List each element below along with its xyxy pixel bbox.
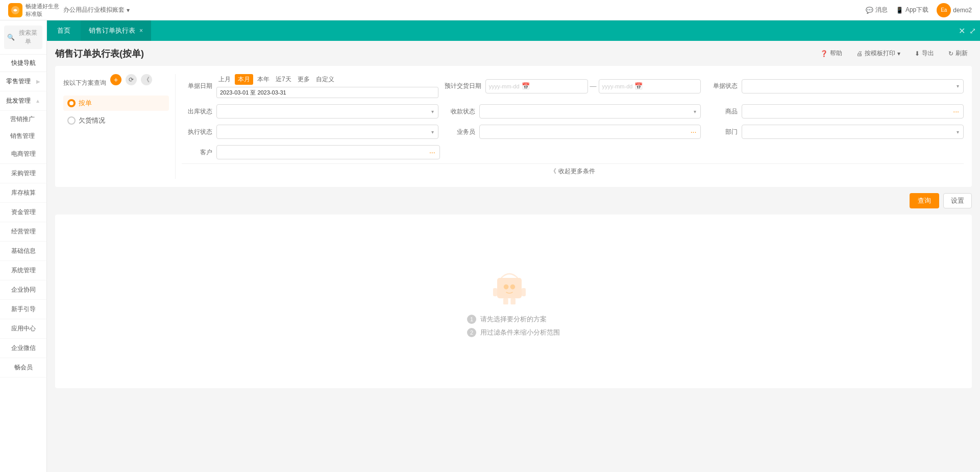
exec-status-select[interactable]: ▾ [216,125,438,139]
filter-field-dept: 部门 ▾ [707,125,964,139]
settings-button[interactable]: 设置 [943,193,972,208]
sidebar-item-operations[interactable]: 经营管理 [0,222,46,242]
logo-area: 畅捷通好生意 标准版 [8,3,59,17]
svg-rect-7 [503,298,508,304]
chevron-down-icon: ▾ [431,129,434,135]
message-action[interactable]: 💬 消息 [866,6,888,14]
date-tab-custom[interactable]: 自定义 [314,74,336,85]
tab-close-all-button[interactable]: ✕ [959,26,965,36]
sidebar-item-finance[interactable]: 资金管理 [0,203,46,222]
expected-date-start[interactable]: yyyy-mm-dd 📅 [485,79,588,93]
query-button[interactable]: 查询 [910,193,939,208]
filter-panel: 按以下方案查询 + ⟳ 《 按单 [55,66,972,187]
goods-input[interactable]: ··· [742,104,964,119]
tab-home[interactable]: 首页 [47,20,81,41]
top-bar-left: 畅捷通好生意 标准版 办公用品行业模拟账套 ▾ [8,3,130,17]
print-button[interactable]: 🖨 按模板打印 ▾ [852,47,904,60]
sidebar-item-app-center[interactable]: 应用中心 [0,319,46,339]
salesperson-input[interactable]: ··· [479,125,701,139]
sidebar-item-marketing[interactable]: 营销推广 [0,111,46,128]
scheme-inactive-icon [67,116,76,125]
date-range: 2023-03-01 至 2023-03-31 [216,87,438,98]
empty-illustration [488,266,539,306]
dept-select[interactable]: ▾ [742,125,964,139]
app-download-action[interactable]: 📱 App下载 [896,6,928,14]
calendar-icon: 📅 [522,82,530,90]
company-selector[interactable]: 办公用品行业模拟账套 ▾ [63,6,130,14]
date-tab-last-month[interactable]: 上月 [216,74,233,85]
chevron-icon: ▶ [36,79,40,84]
action-buttons: 查询 设置 [55,193,972,208]
help-icon: ❓ [820,50,828,57]
sidebar-item-purchase[interactable]: 采购管理 [0,164,46,183]
filter-refresh-button[interactable]: ⟳ [126,74,137,85]
tab-close-button[interactable]: × [139,27,143,34]
export-button[interactable]: ⬇ 导出 [911,47,938,60]
empty-hints: 1 请先选择要分析的方案 2 用过滤条件来缩小分析范围 [467,315,560,337]
empty-state: 1 请先选择要分析的方案 2 用过滤条件来缩小分析范围 [55,235,972,368]
sidebar-item-basic-info[interactable]: 基础信息 [0,242,46,261]
page-actions: ❓ 帮助 🖨 按模板打印 ▾ ⬇ 导出 ↻ 刷新 [816,47,972,60]
sidebar-item-guide[interactable]: 新手引导 [0,300,46,319]
filter-field-receipt-status: 收款状态 ▾ [445,104,701,119]
svg-rect-5 [493,288,497,296]
print-icon: 🖨 [856,50,863,57]
out-status-select[interactable]: ▾ [216,104,438,119]
top-bar: 畅捷通好生意 标准版 办公用品行业模拟账套 ▾ 💬 消息 📱 App下载 Ea … [0,0,980,20]
filter-row-3: 执行状态 ▾ 业务员 ·· [182,125,964,139]
sidebar-item-ecommerce[interactable]: 电商管理 [0,145,46,164]
empty-hint-2: 2 用过滤条件来缩小分析范围 [467,328,560,337]
logo-icon [8,3,22,17]
refresh-button[interactable]: ↻ 刷新 [944,47,972,60]
date-tab-this-month[interactable]: 本月 [235,74,253,85]
collapse-icon: 《 [550,168,556,175]
sidebar-item-wechat[interactable]: 企业微信 [0,339,46,358]
sidebar-item-sales[interactable]: 销售管理 [0,128,46,145]
svg-rect-2 [499,280,520,296]
date-tab-this-year[interactable]: 本年 [255,74,272,85]
tab-active[interactable]: 销售订单执行表 × [81,20,151,41]
sidebar-item-retail[interactable]: 零售管理 ▶ [0,72,46,91]
hint-num-2: 2 [467,328,476,337]
filter-main: 单据日期 上月 本月 本年 近7天 更多 自定义 [176,74,964,179]
expected-date-end[interactable]: yyyy-mm-dd 📅 [599,79,701,93]
user-action[interactable]: Ea demo2 [937,3,972,17]
svg-point-3 [504,285,509,290]
message-icon: 💬 [866,7,873,14]
chevron-icon: ▲ [35,98,40,104]
search-menu-button[interactable]: 🔍 搜索菜单 [4,26,42,49]
svg-rect-6 [522,288,526,296]
tab-expand-button[interactable]: ⤢ [969,26,976,36]
sidebar-item-member[interactable]: 畅会员 [0,358,46,377]
help-button[interactable]: ❓ 帮助 [816,47,846,60]
filter-collapse-left-button[interactable]: 《 [141,74,152,85]
collapse-bar[interactable]: 《 收起更多条件 [182,163,964,179]
svg-point-4 [510,285,516,290]
scheme-item-order[interactable]: 按单 [63,96,169,111]
chevron-down-icon: ▾ [957,129,959,135]
scheme-item-shortage[interactable]: 欠货情况 [63,113,169,128]
filter-section-title: 按以下方案查询 + ⟳ 《 [63,74,169,91]
chevron-down-icon: ▾ [957,83,959,89]
sidebar-item-inventory[interactable]: 库存核算 [0,183,46,203]
filter-add-button[interactable]: + [110,74,121,85]
top-bar-right: 💬 消息 📱 App下载 Ea demo2 [866,3,972,17]
date-tab-7days[interactable]: 近7天 [274,74,293,85]
filter-actions: + ⟳ 《 [110,74,152,85]
sidebar-item-system[interactable]: 系统管理 [0,261,46,280]
search-icon: 🔍 [7,34,15,41]
main-content: 首页 销售订单执行表 × ✕ ⤢ 销售订单执行表(按单) ❓ 帮助 [47,20,980,472]
print-chevron-icon: ▾ [897,50,900,57]
page-title-bar: 销售订单执行表(按单) ❓ 帮助 🖨 按模板打印 ▾ ⬇ 导出 [55,47,972,60]
page-container: 销售订单执行表(按单) ❓ 帮助 🖨 按模板打印 ▾ ⬇ 导出 [47,41,980,472]
receipt-status-select[interactable]: ▾ [479,104,701,119]
sidebar-item-wholesale[interactable]: 批发管理 ▲ [0,91,46,111]
customer-input[interactable]: ··· [216,145,440,159]
filter-field-out-status: 出库状态 ▾ [182,104,438,119]
date-tab-more[interactable]: 更多 [296,74,312,85]
filter-field-salesperson: 业务员 ··· [445,125,701,139]
doc-status-select[interactable]: ▾ [742,79,964,93]
sidebar-quick-nav: 快捷导航 [0,55,46,72]
sidebar-item-enterprise[interactable]: 企业协同 [0,280,46,300]
chevron-down-icon: ▾ [127,7,130,14]
